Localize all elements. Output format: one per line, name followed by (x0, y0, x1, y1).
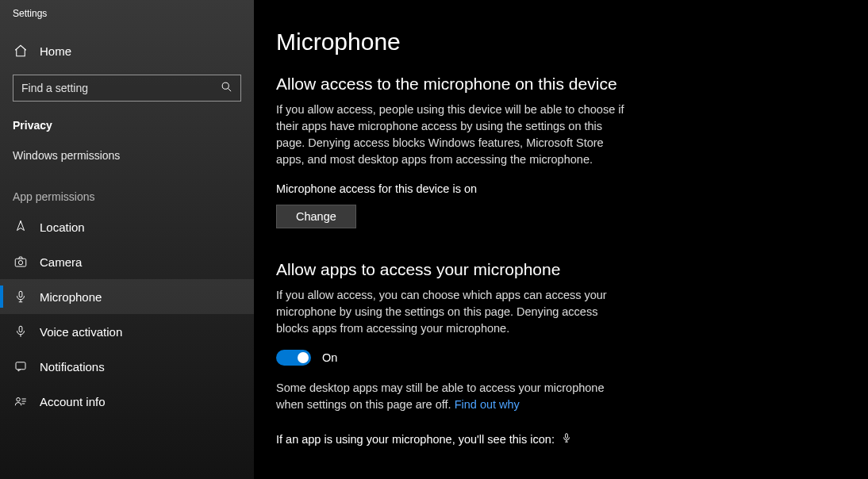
location-icon (13, 219, 29, 235)
desktop-apps-note: Some desktop apps may still be able to a… (276, 380, 633, 413)
window-title: Settings (0, 8, 254, 33)
app-access-toggle-row: On (276, 350, 836, 366)
voice-activation-icon (13, 324, 29, 339)
camera-icon (13, 254, 29, 270)
notifications-icon (13, 358, 29, 374)
svg-line-1 (228, 88, 231, 91)
group-heading: Allow apps to access your microphone (276, 260, 836, 279)
section-privacy: Privacy (0, 111, 254, 140)
svg-rect-8 (566, 434, 568, 439)
change-button[interactable]: Change (276, 205, 356, 228)
svg-rect-5 (19, 326, 22, 332)
group-body: If you allow access, people using this d… (276, 102, 633, 168)
svg-point-7 (17, 398, 21, 402)
main-content: Microphone Allow access to the microphon… (254, 0, 868, 479)
microphone-icon (13, 289, 29, 305)
sidebar-item-label: Microphone (40, 290, 102, 304)
usage-indicator-line: If an app is using your microphone, you'… (276, 432, 836, 446)
toggle-label: On (322, 351, 337, 364)
sidebar-item-label: Account info (40, 395, 106, 408)
device-access-status: Microphone access for this device is on (276, 182, 836, 195)
sidebar-item-label: Location (40, 220, 85, 234)
sidebar-item-microphone[interactable]: Microphone (0, 279, 254, 314)
svg-rect-4 (19, 291, 22, 297)
app-access-toggle[interactable] (276, 350, 311, 366)
svg-rect-6 (16, 362, 25, 370)
account-info-icon (13, 393, 29, 409)
desktop-apps-note-text: Some desktop apps may still be able to a… (276, 381, 604, 411)
sidebar-item-voice-activation[interactable]: Voice activation (0, 314, 254, 349)
svg-rect-2 (15, 259, 26, 266)
group-app-access: Allow apps to access your microphone If … (276, 260, 836, 446)
sidebar-item-label: Voice activation (40, 325, 122, 339)
home-icon (13, 43, 29, 59)
sidebar-item-windows-permissions[interactable]: Windows permissions (0, 140, 254, 170)
svg-point-3 (18, 261, 22, 265)
sidebar-item-label: Notifications (40, 360, 105, 374)
sidebar-item-camera[interactable]: Camera (0, 244, 254, 279)
section-app-permissions: App permissions (0, 170, 254, 209)
microphone-icon (561, 432, 572, 446)
sidebar-item-home[interactable]: Home (0, 33, 254, 68)
sidebar-item-location[interactable]: Location (0, 209, 254, 244)
search-box[interactable] (13, 75, 241, 102)
search-icon (221, 81, 232, 96)
sidebar-item-label: Home (40, 44, 71, 58)
group-heading: Allow access to the microphone on this d… (276, 75, 836, 94)
usage-text: If an app is using your microphone, you'… (276, 433, 555, 446)
svg-point-0 (222, 82, 229, 89)
page-title: Microphone (276, 29, 836, 56)
find-out-why-link[interactable]: Find out why (455, 398, 520, 411)
group-body: If you allow access, you can choose whic… (276, 287, 633, 337)
sidebar: Settings Home Privacy Windows permission… (0, 0, 254, 479)
sidebar-item-notifications[interactable]: Notifications (0, 349, 254, 384)
search-input[interactable] (21, 82, 221, 94)
sidebar-item-account-info[interactable]: Account info (0, 384, 254, 419)
sidebar-item-label: Camera (40, 255, 82, 269)
group-device-access: Allow access to the microphone on this d… (276, 75, 836, 228)
